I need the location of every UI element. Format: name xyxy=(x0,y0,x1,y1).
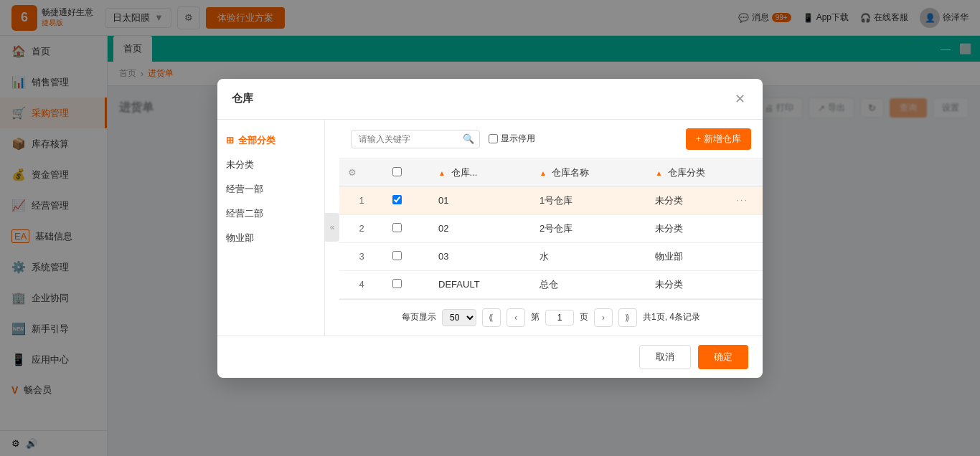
table-row[interactable]: 1 01 1号仓库 未分类··· xyxy=(339,186,763,214)
warehouse-modal: 仓库 ✕ ⊞ 全部分类 未分类 经营一部 经营二部 xyxy=(217,79,763,378)
warehouse-table: ⚙ ▲ 仓库... ▲ 仓库名称 xyxy=(339,159,763,299)
col-settings[interactable]: ⚙ xyxy=(339,159,384,187)
row-num-cell: 2 xyxy=(339,214,384,242)
page-label: 第 xyxy=(531,311,540,323)
grid-icon: ⊞ xyxy=(226,135,234,146)
modal-sidebar-item-3[interactable]: 物业部 xyxy=(217,226,324,250)
total-info: 共1页, 4条记录 xyxy=(643,311,700,323)
row-category-cell: 未分类 xyxy=(646,270,763,298)
modal-sidebar-item-0[interactable]: 未分类 xyxy=(217,153,324,177)
add-warehouse-button[interactable]: + 新增仓库 xyxy=(686,128,751,150)
row-name-cell: 2号仓库 xyxy=(531,214,647,242)
col-code-label: 仓库... xyxy=(451,167,478,178)
show-disabled-checkbox[interactable] xyxy=(489,134,498,143)
per-page-select[interactable]: 50 xyxy=(442,309,476,326)
row-code-cell: 03 xyxy=(430,242,531,270)
col-settings-icon[interactable]: ⚙ xyxy=(348,167,357,178)
row-category-cell: 未分类··· xyxy=(646,186,763,214)
show-disabled-text: 显示停用 xyxy=(501,133,535,145)
page-number-input[interactable] xyxy=(545,310,574,326)
row-checkbox-cell[interactable] xyxy=(384,242,430,270)
page-next-button[interactable]: › xyxy=(594,308,613,327)
row-name-cell: 水 xyxy=(531,242,647,270)
col-checkbox-header[interactable] xyxy=(384,159,430,187)
confirm-button[interactable]: 确定 xyxy=(698,345,748,369)
row-actions-icon[interactable]: ··· xyxy=(736,194,748,205)
row-num-cell: 4 xyxy=(339,270,384,298)
row-checkbox-cell[interactable] xyxy=(384,270,430,298)
add-warehouse-label: + 新增仓库 xyxy=(696,133,741,146)
search-icon[interactable]: 🔍 xyxy=(463,133,474,144)
col-category-header[interactable]: ▲ 仓库分类 xyxy=(646,159,763,187)
warehouse-table-wrap: ⚙ ▲ 仓库... ▲ 仓库名称 xyxy=(339,159,763,299)
modal-sidebar-item-2[interactable]: 经营二部 xyxy=(217,201,324,226)
per-page-label: 每页显示 xyxy=(402,311,436,323)
row-checkbox[interactable] xyxy=(392,223,402,232)
modal-action-footer: 取消 确定 xyxy=(217,336,763,378)
table-body: 1 01 1号仓库 未分类··· 2 02 2号仓库 未分类 3 03 水 物业… xyxy=(339,186,763,298)
modal-main-content: 🔍 显示停用 + 新增仓库 ⚙ xyxy=(339,120,763,336)
sidebar-collapse-button[interactable]: « xyxy=(325,213,339,242)
modal-sidebar-all-category[interactable]: ⊞ 全部分类 xyxy=(217,128,324,153)
show-disabled-label[interactable]: 显示停用 xyxy=(489,133,535,145)
modal-header: 仓库 ✕ xyxy=(217,79,763,120)
col-name-label: 仓库名称 xyxy=(552,167,589,178)
sort-cat-icon: ▲ xyxy=(655,169,662,177)
page-prev-button[interactable]: ‹ xyxy=(507,308,525,327)
row-checkbox[interactable] xyxy=(392,251,402,260)
modal-sidebar-item-label: 经营二部 xyxy=(226,208,263,219)
pagination-bar: 每页显示 50 ⟪ ‹ 第 页 › ⟫ 共1页, 4条记录 xyxy=(339,299,763,336)
modal-toolbar: 🔍 显示停用 + 新增仓库 xyxy=(339,120,763,159)
row-code-cell: 02 xyxy=(430,214,531,242)
row-name-cell: 1号仓库 xyxy=(531,186,647,214)
row-checkbox-cell[interactable] xyxy=(384,214,430,242)
modal-sidebar-all-label: 全部分类 xyxy=(238,134,275,147)
sort-name-icon: ▲ xyxy=(540,169,547,177)
col-category-label: 仓库分类 xyxy=(668,167,705,178)
modal-sidebar: ⊞ 全部分类 未分类 经营一部 经营二部 物业部 xyxy=(217,120,325,336)
col-name-header[interactable]: ▲ 仓库名称 xyxy=(531,159,647,187)
table-header: ⚙ ▲ 仓库... ▲ 仓库名称 xyxy=(339,159,763,187)
row-checkbox[interactable] xyxy=(392,195,402,204)
modal-body: ⊞ 全部分类 未分类 经营一部 经营二部 物业部 « xyxy=(217,120,763,336)
modal-sidebar-item-label: 未分类 xyxy=(226,159,254,170)
row-name-cell: 总仓 xyxy=(531,270,647,298)
table-row[interactable]: 4 DEFAULT 总仓 未分类 xyxy=(339,270,763,298)
row-category-cell: 物业部 xyxy=(646,242,763,270)
row-num-cell: 1 xyxy=(339,186,384,214)
sort-icon: ▲ xyxy=(438,169,446,177)
modal-title: 仓库 xyxy=(232,92,253,105)
modal-sidebar-item-1[interactable]: 经营一部 xyxy=(217,177,324,201)
select-all-checkbox[interactable] xyxy=(392,167,402,176)
warehouse-search-input[interactable] xyxy=(351,130,480,148)
table-row[interactable]: 3 03 水 物业部 xyxy=(339,242,763,270)
row-category-cell: 未分类 xyxy=(646,214,763,242)
modal-sidebar-item-label: 物业部 xyxy=(226,232,254,243)
modal-close-button[interactable]: ✕ xyxy=(731,90,748,108)
row-checkbox-cell[interactable] xyxy=(384,186,430,214)
row-code-cell: 01 xyxy=(430,186,531,214)
col-code-header[interactable]: ▲ 仓库... xyxy=(430,159,531,187)
row-checkbox[interactable] xyxy=(392,279,402,288)
page-last-button[interactable]: ⟫ xyxy=(618,308,637,327)
row-num-cell: 3 xyxy=(339,242,384,270)
row-code-cell: DEFAULT xyxy=(430,270,531,298)
table-row[interactable]: 2 02 2号仓库 未分类 xyxy=(339,214,763,242)
cancel-button[interactable]: 取消 xyxy=(639,345,691,369)
modal-sidebar-item-label: 经营一部 xyxy=(226,184,263,194)
search-wrap: 🔍 xyxy=(351,130,480,148)
page-suffix: 页 xyxy=(580,311,588,323)
page-first-button[interactable]: ⟪ xyxy=(482,308,501,327)
modal-overlay: 仓库 ✕ ⊞ 全部分类 未分类 经营一部 经营二部 xyxy=(0,0,980,456)
